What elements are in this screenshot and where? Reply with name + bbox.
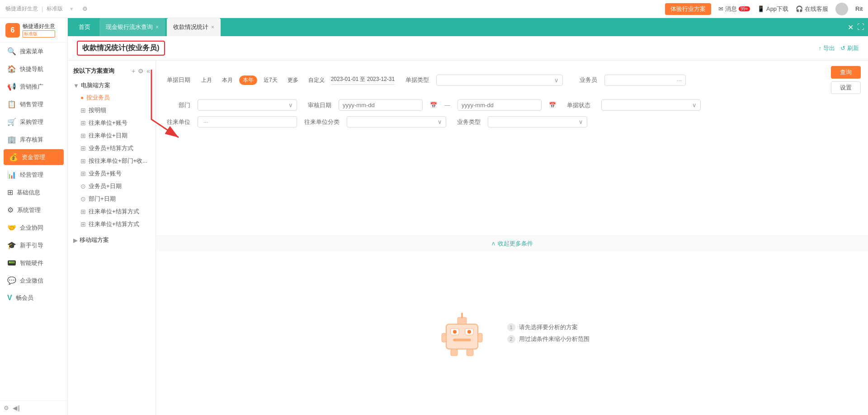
scheme-item-9[interactable]: ⊞ 往来单位+结算方式: [68, 205, 156, 218]
tip-text-1: 请先选择要分析的方案: [519, 323, 578, 331]
sidebar-item-label: 经营管理: [20, 171, 43, 179]
group-label: 电脑端方案: [81, 81, 110, 90]
scheme-item-10[interactable]: ⊞ 往来单位+结算方式: [68, 218, 156, 231]
dept-label: 部门: [163, 101, 190, 109]
management-icon: 📊: [7, 170, 16, 179]
scheme-item-label: 按业务员: [86, 94, 110, 102]
voucher-status-select[interactable]: ∨: [601, 99, 701, 111]
sidebar-item-sales[interactable]: 📋 销售管理: [0, 95, 67, 113]
calendar-start-icon[interactable]: 📅: [430, 102, 437, 108]
filter-area: 单据日期 上月 本月 本年 近7天 更多 自定义 2023-01-01 至 20…: [156, 61, 868, 236]
scheme-item-6[interactable]: ⊞ 业务员+账号: [68, 167, 156, 180]
sidebar-item-finance[interactable]: 💰 资金管理: [4, 149, 64, 165]
setting-button[interactable]: 设置: [831, 81, 861, 94]
tab-close-all-button[interactable]: ✕: [848, 23, 854, 32]
marketing-icon: 📢: [7, 82, 16, 91]
sidebar-item-nav[interactable]: 🏠 快捷导航: [0, 60, 67, 78]
top-header: 畅捷通好生意 | 标准版 ▾ ⚙ 体验行业方案 ✉ 消息 99+ 📱 App下载…: [0, 0, 868, 18]
scheme-group-desktop: ▼ 电脑端方案 ● 按业务员 ⊞ 按明细 ⊞ 往: [68, 78, 156, 232]
scheme-settings-icon[interactable]: ⚙: [138, 67, 144, 75]
svg-rect-10: [478, 333, 482, 342]
home-icon: 🏠: [7, 65, 16, 73]
sidebar-collapse-icon[interactable]: ◀‖: [13, 405, 20, 411]
scheme-item-0[interactable]: ● 按业务员: [68, 91, 156, 104]
scheme-item-4[interactable]: ⊞ 业务员+结算方式: [68, 142, 156, 155]
business-type-label: 业务类型: [453, 118, 481, 126]
sidebar-item-basic-info[interactable]: ⊞ 基础信息: [0, 184, 67, 201]
main-layout: 6 畅捷通好生意 标准版 🔍 搜索菜单 🏠 快捷导航 📢 营销推广 📋 销售管理: [0, 18, 868, 415]
salesman-select[interactable]: ···: [604, 75, 686, 86]
collapse-bar[interactable]: ∧ 收起更多条件: [156, 236, 868, 251]
tab-receivable-close[interactable]: ×: [211, 24, 214, 30]
counterparty-select[interactable]: ···: [198, 116, 297, 127]
sidebar-item-guide[interactable]: 🎓 新手引导: [0, 236, 67, 254]
scheme-collapse-icon[interactable]: «: [146, 67, 150, 75]
sidebar-item-system[interactable]: ⚙ 系统管理: [0, 201, 67, 219]
export-button[interactable]: ↑ 导出: [819, 44, 835, 52]
sidebar-item-marketing[interactable]: 📢 营销推广: [0, 78, 67, 95]
sidebar-settings-icon[interactable]: ⚙: [4, 405, 9, 411]
sidebar-item-collaboration[interactable]: 🤝 企业协同: [0, 219, 67, 236]
date-tab-custom[interactable]: 自定义: [305, 75, 328, 85]
scheme-icon-7: ⊙: [80, 183, 86, 190]
sidebar-item-search[interactable]: 🔍 搜索菜单: [0, 42, 67, 60]
scheme-item-1[interactable]: ⊞ 按明细: [68, 104, 156, 117]
query-button[interactable]: 查询: [831, 66, 861, 79]
breadcrumb: 畅捷通好生意: [5, 5, 38, 13]
user-avatar[interactable]: [835, 3, 848, 15]
voucher-type-select[interactable]: ∨: [436, 75, 563, 86]
trial-button[interactable]: 体验行业方案: [665, 3, 711, 15]
review-date-end[interactable]: [458, 99, 542, 111]
header-settings-icon[interactable]: ⚙: [82, 5, 88, 12]
scheme-panel-icons: + ⚙ «: [132, 67, 150, 75]
tab-home[interactable]: 首页: [71, 18, 98, 36]
refresh-label: 刷新: [847, 44, 859, 52]
business-type-select[interactable]: ∨: [488, 116, 587, 127]
purchase-icon: 🛒: [7, 118, 16, 126]
tab-cashflow-close[interactable]: ×: [156, 24, 159, 30]
scheme-item-label: 按往来单位+部门+收...: [89, 157, 147, 165]
dept-select[interactable]: ∨: [198, 99, 297, 111]
review-date-start[interactable]: [339, 99, 423, 111]
date-tab-7days[interactable]: 近7天: [260, 75, 281, 85]
sidebar-item-wechat[interactable]: 💬 企业微信: [0, 272, 67, 289]
sidebar-item-label: 智能硬件: [20, 259, 43, 267]
scheme-item-5[interactable]: ⊞ 按往来单位+部门+收...: [68, 155, 156, 167]
scheme-icon-4: ⊞: [80, 145, 86, 152]
date-tab-last-month[interactable]: 上月: [198, 75, 216, 85]
scheme-group-desktop-header[interactable]: ▼ 电脑端方案: [68, 80, 156, 91]
sidebar-item-label: 库存核算: [20, 136, 43, 144]
counterparty-type-select[interactable]: ∨: [347, 116, 446, 127]
message-button[interactable]: ✉ 消息 99+: [718, 5, 750, 13]
tab-bar: 首页 现金银行流水查询 × 收款情况统计 × ✕ ⛶: [68, 18, 868, 36]
tab-maximize-button[interactable]: ⛶: [857, 23, 864, 31]
scheme-add-icon[interactable]: +: [132, 67, 135, 75]
page-body: 按以下方案查询 + ⚙ « ▼ 电脑端方案 ●: [68, 61, 868, 415]
scheme-item-2[interactable]: ⊞ 往来单位+账号: [68, 117, 156, 129]
basic-info-icon: ⊞: [7, 188, 13, 197]
sidebar-item-management[interactable]: 📊 经营管理: [0, 166, 67, 184]
refresh-button[interactable]: ↺ 刷新: [840, 44, 859, 52]
sidebar-item-inventory[interactable]: 🏢 库存核算: [0, 131, 67, 148]
filter-row-3: 往来单位 ··· 往来单位分类 ∨ 业务类型 ∨: [163, 116, 861, 127]
sidebar-logo: 6 畅捷通好生意 标准版: [0, 18, 67, 42]
sidebar-item-member[interactable]: V 畅会员: [0, 289, 67, 307]
tab-receivable[interactable]: 收款情况统计 ×: [167, 18, 221, 36]
sidebar-item-hardware[interactable]: 📟 智能硬件: [0, 254, 67, 272]
scheme-item-label: 业务员+日期: [89, 182, 122, 190]
date-tab-this-month[interactable]: 本月: [218, 75, 236, 85]
sidebar-item-purchase[interactable]: 🛒 采购管理: [0, 113, 67, 131]
scheme-item-8[interactable]: ⊙ 部门+日期: [68, 193, 156, 205]
voucher-type-label: 单据类型: [402, 76, 429, 84]
date-tab-this-year[interactable]: 本年: [239, 75, 257, 85]
scheme-group-mobile-header[interactable]: ▶ 移动端方案: [68, 234, 156, 246]
scheme-item-3[interactable]: ⊞ 往来单位+日期: [68, 129, 156, 142]
bt-arrow-icon: ∨: [579, 118, 583, 125]
page-header-actions: ↑ 导出 ↺ 刷新: [819, 44, 859, 52]
date-tab-more[interactable]: 更多: [284, 75, 302, 85]
app-download-button[interactable]: 📱 App下载: [757, 5, 788, 13]
scheme-item-7[interactable]: ⊙ 业务员+日期: [68, 180, 156, 193]
tab-cashflow[interactable]: 现金银行流水查询 ×: [99, 18, 165, 36]
calendar-end-icon[interactable]: 📅: [549, 102, 556, 108]
online-service-button[interactable]: 🎧 在线客服: [796, 5, 828, 13]
